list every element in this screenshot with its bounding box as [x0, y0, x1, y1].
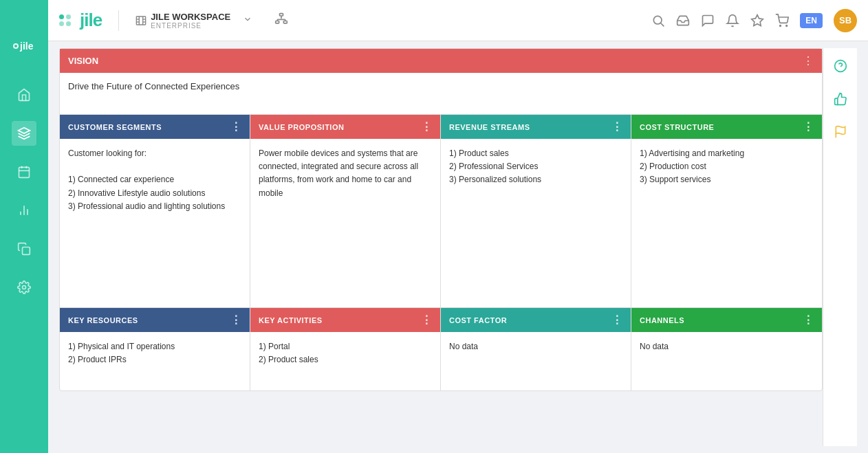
- vision-label: VISION: [68, 56, 98, 66]
- cell-label-revenue-streams: REVENUE STREAMS: [449, 123, 530, 131]
- workspace-dropdown[interactable]: [243, 14, 252, 26]
- cell-cost-structure: COST STRUCTURE ⋮ 1) Advertising and mark…: [631, 115, 822, 307]
- svg-marker-32: [752, 14, 763, 25]
- cell-header-cost-structure: COST STRUCTURE ⋮: [631, 115, 822, 139]
- vision-menu[interactable]: ⋮: [803, 54, 814, 67]
- cell-label-customer-segments: CUSTOMER SEGMENTS: [68, 123, 162, 131]
- vision-content: Drive the Future of Connected Experience…: [60, 73, 822, 114]
- revenue-streams-menu[interactable]: ⋮: [611, 120, 623, 133]
- user-avatar[interactable]: SB: [834, 9, 857, 32]
- cell-channels: CHANNELS ⋮ No data: [631, 308, 822, 390]
- svg-text:jile: jile: [19, 42, 34, 52]
- channels-no-data: No data: [640, 342, 669, 351]
- cell-content-key-activities: 1) Portal 2) Product sales: [250, 332, 440, 375]
- value-proposition-menu[interactable]: ⋮: [421, 120, 433, 133]
- sidebar-navigation: [12, 82, 36, 446]
- sidebar-item-settings[interactable]: [12, 275, 36, 300]
- cell-label-key-activities: KEY ACTIVITIES: [259, 316, 323, 324]
- sidebar-item-chart[interactable]: [12, 198, 36, 223]
- svg-point-34: [786, 25, 788, 26]
- sidebar-item-calendar[interactable]: [12, 159, 36, 184]
- business-model-canvas: VISION ⋮ Drive the Future of Connected E…: [59, 48, 823, 391]
- app-logo-text: jile: [80, 10, 102, 31]
- star-button[interactable]: [750, 14, 764, 27]
- svg-point-15: [23, 286, 26, 289]
- cell-label-key-resources: KEY RESOURCES: [68, 316, 138, 324]
- sidebar-item-layers[interactable]: [12, 121, 36, 146]
- workspace-info: JILE WORKSPACE ENTERPRISE: [135, 12, 230, 30]
- cell-header-key-activities: KEY ACTIVITIES ⋮: [250, 308, 440, 332]
- cell-header-channels: CHANNELS ⋮: [631, 308, 822, 332]
- cell-content-value-proposition: Power mobile devices and systems that ar…: [250, 139, 440, 208]
- workspace-type: ENTERPRISE: [151, 22, 230, 30]
- help-button[interactable]: [829, 55, 851, 77]
- flag-button[interactable]: [829, 121, 851, 143]
- cell-label-cost-factor: COST FACTOR: [449, 316, 507, 324]
- channels-menu[interactable]: ⋮: [803, 313, 814, 327]
- org-chart-button[interactable]: [274, 12, 288, 28]
- svg-rect-16: [136, 16, 145, 25]
- cell-label-cost-structure: COST STRUCTURE: [640, 123, 714, 131]
- inbox-button[interactable]: [676, 14, 690, 27]
- bell-button[interactable]: [726, 14, 739, 27]
- cell-cost-factor: COST FACTOR ⋮ No data: [441, 308, 631, 390]
- search-button[interactable]: [651, 14, 665, 27]
- logo-dots: [59, 14, 72, 26]
- sidebar-logo: jile: [10, 42, 38, 65]
- bmc-wrapper: VISION ⋮ Drive the Future of Connected E…: [59, 48, 823, 446]
- cell-content-customer-segments: Customer looking for: 1) Connected car e…: [60, 139, 250, 221]
- language-selector[interactable]: EN: [800, 13, 823, 28]
- cell-header-cost-factor: COST FACTOR ⋮: [441, 308, 631, 332]
- svg-point-30: [654, 16, 662, 24]
- svg-rect-7: [19, 167, 30, 177]
- svg-rect-24: [276, 21, 279, 23]
- cell-value-proposition: VALUE PROPOSITION ⋮ Power mobile devices…: [250, 115, 441, 307]
- cell-key-resources: KEY RESOURCES ⋮ 1) Physical and IT opera…: [60, 308, 250, 390]
- cell-content-cost-factor: No data: [441, 332, 631, 362]
- vision-text: Drive the Future of Connected Experience…: [68, 81, 239, 91]
- svg-rect-23: [280, 14, 283, 16]
- sidebar-item-copy[interactable]: [12, 236, 36, 261]
- bmc-bottom-grid: KEY RESOURCES ⋮ 1) Physical and IT opera…: [60, 307, 822, 390]
- cell-label-value-proposition: VALUE PROPOSITION: [259, 123, 344, 131]
- cell-content-cost-structure: 1) Advertising and marketing 2) Producti…: [631, 139, 822, 195]
- cell-label-channels: CHANNELS: [640, 316, 684, 324]
- cell-header-customer-segments: CUSTOMER SEGMENTS ⋮: [60, 115, 250, 139]
- cost-factor-menu[interactable]: ⋮: [611, 313, 623, 327]
- sidebar-item-home[interactable]: [12, 82, 36, 107]
- cell-content-channels: No data: [631, 332, 822, 362]
- svg-point-4: [14, 45, 17, 47]
- vision-row: VISION ⋮: [60, 49, 822, 73]
- cell-header-revenue-streams: REVENUE STREAMS ⋮: [441, 115, 631, 139]
- hamburger-button[interactable]: [17, 7, 31, 35]
- cell-header-value-proposition: VALUE PROPOSITION ⋮: [250, 115, 440, 139]
- cell-customer-segments: CUSTOMER SEGMENTS ⋮ Customer looking for…: [60, 115, 250, 307]
- cell-content-revenue-streams: 1) Product sales 2) Professional Service…: [441, 139, 631, 195]
- cell-revenue-streams: REVENUE STREAMS ⋮ 1) Product sales 2) Pr…: [441, 115, 631, 307]
- cell-key-activities: KEY ACTIVITIES ⋮ 1) Portal 2) Product sa…: [250, 308, 441, 390]
- thumbsup-button[interactable]: [829, 88, 851, 110]
- canvas-area: VISION ⋮ Drive the Future of Connected E…: [48, 41, 868, 453]
- cell-content-key-resources: 1) Physical and IT operations 2) Product…: [60, 332, 250, 375]
- brand-section: jile JILE WORKSPACE ENTERPRISE: [59, 10, 288, 31]
- topbar-divider: [118, 10, 119, 31]
- chat-button[interactable]: [701, 14, 715, 27]
- topbar: jile JILE WORKSPACE ENTERPRISE: [48, 0, 868, 41]
- key-resources-menu[interactable]: ⋮: [230, 313, 242, 327]
- svg-rect-25: [284, 21, 287, 23]
- building-icon: [135, 15, 147, 26]
- sidebar: jile: [0, 0, 48, 453]
- svg-line-31: [661, 23, 664, 26]
- cost-structure-menu[interactable]: ⋮: [803, 120, 814, 133]
- svg-point-33: [780, 25, 781, 26]
- cell-header-key-resources: KEY RESOURCES ⋮: [60, 308, 250, 332]
- main-content: jile JILE WORKSPACE ENTERPRISE: [48, 0, 868, 453]
- topbar-right-actions: EN SB: [651, 9, 857, 32]
- customer-segments-menu[interactable]: ⋮: [230, 120, 242, 133]
- bmc-main-grid: CUSTOMER SEGMENTS ⋮ Customer looking for…: [60, 114, 822, 307]
- key-activities-menu[interactable]: ⋮: [421, 313, 433, 327]
- cart-button[interactable]: [775, 14, 789, 27]
- cost-factor-no-data: No data: [449, 342, 478, 351]
- workspace-name: JILE WORKSPACE: [151, 12, 230, 22]
- right-panel: [823, 48, 857, 446]
